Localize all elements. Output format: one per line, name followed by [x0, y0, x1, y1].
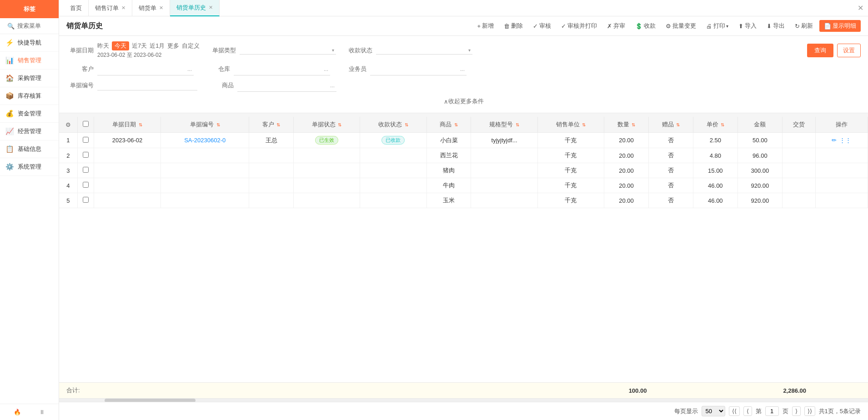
th-unit[interactable]: 销售单位 ⇅ [537, 117, 604, 133]
cell-checkbox[interactable] [77, 178, 94, 193]
date-custom[interactable]: 自定义 [182, 42, 200, 50]
warehouse-input-wrapper[interactable]: ... [234, 63, 330, 75]
cell-doc-no[interactable] [161, 193, 249, 208]
cell-checkbox[interactable] [77, 193, 94, 208]
select-all-checkbox[interactable] [83, 121, 89, 127]
close-sales-goods-tab[interactable]: ✕ [159, 5, 163, 11]
batch-change-button[interactable]: ⚙ 批量变更 [662, 20, 700, 32]
row-checkbox[interactable] [83, 137, 89, 143]
sidebar-item-sales[interactable]: 📊 销售管理 [0, 52, 59, 70]
goods-input[interactable] [239, 80, 330, 90]
goods-dots-btn[interactable]: ... [330, 82, 335, 89]
th-goods[interactable]: 商品 ⇅ [426, 117, 471, 133]
staff-dots-btn[interactable]: ... [460, 66, 465, 72]
current-page-input[interactable] [765, 406, 779, 416]
collapse-button[interactable]: ∧ 收起更多条件 [66, 95, 861, 107]
th-gift[interactable]: 赠品 ⇅ [648, 117, 693, 133]
row-checkbox[interactable] [83, 182, 89, 188]
doc-type-select[interactable]: ▾ [240, 46, 336, 55]
first-page-btn[interactable]: ⟨⟨ [729, 406, 740, 416]
customer-input[interactable] [99, 64, 187, 74]
sidebar-footer-icon1[interactable]: 🔥 [14, 409, 21, 415]
goods-input-wrapper[interactable]: ... [237, 79, 336, 92]
close-sales-order-tab[interactable]: ✕ [121, 5, 125, 11]
date-yesterday[interactable]: 昨天 [97, 42, 109, 50]
query-button[interactable]: 查询 [807, 44, 833, 57]
th-doc-status[interactable]: 单据状态 ⇅ [293, 117, 360, 133]
import-button[interactable]: ⬆ 导入 [735, 20, 760, 32]
docno-input[interactable] [97, 80, 197, 90]
cell-doc-no[interactable] [161, 148, 249, 163]
th-qty[interactable]: 数量 ⇅ [604, 117, 649, 133]
customer-dots-btn[interactable]: ... [187, 66, 192, 72]
collect-button[interactable]: 💲 收款 [632, 20, 659, 32]
new-button[interactable]: + 新增 [473, 20, 497, 32]
tab-sales-order[interactable]: 销售订单 ✕ [89, 0, 132, 16]
date-more[interactable]: 更多 [167, 42, 179, 50]
row-checkbox[interactable] [83, 152, 89, 158]
staff-input[interactable] [372, 64, 460, 74]
date-7days[interactable]: 近7天 [132, 42, 147, 50]
toolbar: 销货单历史 + 新增 🗑 删除 ✓ 审核 ✓ 审核并打印 [59, 16, 868, 36]
tab-sales-history[interactable]: 销货单历史 ✕ [170, 0, 220, 16]
last-page-btn[interactable]: ⟩⟩ [804, 406, 815, 416]
show-detail-button[interactable]: 📄 显示明细 [819, 20, 861, 32]
th-spec[interactable]: 规格型号 ⇅ [471, 117, 537, 133]
delete-button[interactable]: 🗑 删除 [500, 20, 527, 32]
cell-checkbox[interactable] [77, 163, 94, 178]
date-1month[interactable]: 近1月 [150, 42, 165, 50]
th-price[interactable]: 单价 ⇅ [693, 117, 738, 133]
customer-input-wrapper[interactable]: ... [97, 63, 194, 75]
prev-page-btn[interactable]: ⟨ [743, 406, 752, 416]
scrollbar-area[interactable] [59, 398, 868, 402]
print-button[interactable]: 🖨 打印 ▾ [702, 20, 732, 32]
page-size-select[interactable]: 50 100 200 [702, 406, 725, 416]
staff-input-wrapper[interactable]: ... [370, 63, 467, 75]
filter-doc-type-field: 单据类型 ▾ [209, 46, 336, 55]
tab-sales-goods[interactable]: 销货单 ✕ [132, 0, 170, 16]
warehouse-input[interactable] [236, 64, 324, 74]
payment-status-select[interactable]: ▾ [376, 46, 472, 55]
cell-doc-no[interactable] [161, 163, 249, 178]
cell-doc-no[interactable]: SA-20230602-0 [161, 133, 249, 148]
date-today[interactable]: 今天 [112, 41, 129, 50]
sidebar-item-system[interactable]: ⚙️ 系统管理 [0, 158, 59, 176]
more-icon[interactable]: ⋮⋮ [839, 137, 851, 144]
th-gear[interactable]: ⚙ [59, 117, 77, 133]
refresh-button[interactable]: ↻ 刷新 [791, 20, 817, 32]
sidebar-item-quick-nav[interactable]: ⚡ 快捷导航 [0, 34, 59, 52]
sidebar-item-purchase[interactable]: 🏠 采购管理 [0, 70, 59, 87]
export-button[interactable]: ⬇ 导出 [763, 20, 788, 32]
th-customer[interactable]: 客户 ⇅ [249, 117, 294, 133]
sidebar-item-basic[interactable]: 📋 基础信息 [0, 140, 59, 158]
row-checkbox[interactable] [83, 167, 89, 173]
th-payment-status[interactable]: 收款状态 ⇅ [360, 117, 426, 133]
cell-checkbox[interactable] [77, 148, 94, 163]
row-checkbox[interactable] [83, 197, 89, 203]
cell-gift: 否 [648, 193, 693, 208]
filter-settings-button[interactable]: 设置 [837, 44, 861, 57]
close-sales-history-tab[interactable]: ✕ [209, 5, 213, 10]
tab-home[interactable]: 首页 [64, 0, 89, 16]
edit-icon[interactable]: ✏ [832, 137, 837, 144]
sidebar-item-inventory[interactable]: 📦 库存核算 [0, 87, 59, 105]
next-page-btn[interactable]: ⟩ [792, 406, 801, 416]
audit-button[interactable]: ✓ 审核 [529, 20, 555, 32]
goods-label: 商品 [206, 81, 234, 90]
sidebar-item-operation[interactable]: 📈 经营管理 [0, 123, 59, 140]
cell-doc-date [94, 163, 161, 178]
cell-doc-no[interactable] [161, 178, 249, 193]
cell-checkbox[interactable] [77, 133, 94, 148]
th-doc-date[interactable]: 单据日期 ⇅ [94, 117, 161, 133]
sidebar-item-finance[interactable]: 💰 资金管理 [0, 105, 59, 123]
tabs-close-all[interactable]: ✕ [858, 4, 863, 12]
gear-icon[interactable]: ⚙ [65, 121, 71, 128]
discard-button[interactable]: ✗ 弃审 [603, 20, 629, 32]
audit-print-button[interactable]: ✓ 审核并打印 [557, 20, 601, 32]
cell-unit: 千克 [537, 163, 604, 178]
system-icon: ⚙️ [5, 163, 14, 171]
th-doc-no[interactable]: 单据编号 ⇅ [161, 117, 249, 133]
warehouse-dots-btn[interactable]: ... [324, 66, 328, 72]
sidebar-footer-icon2[interactable]: ⏸ [39, 409, 45, 415]
sidebar-search[interactable]: 🔍 搜索菜单 [0, 18, 59, 34]
